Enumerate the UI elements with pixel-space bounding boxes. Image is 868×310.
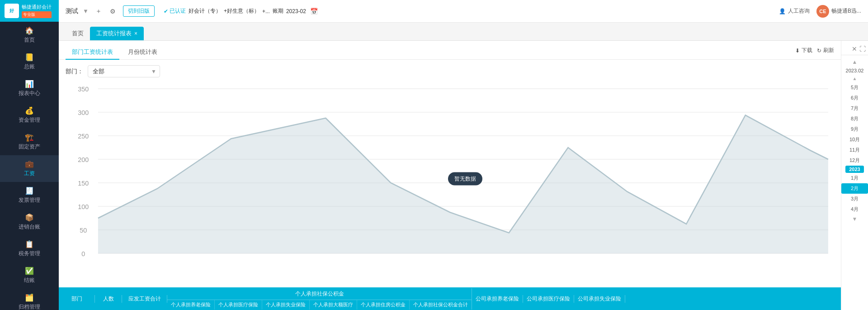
- expand-panel-icon[interactable]: ⛶: [859, 45, 866, 52]
- month-5[interactable]: 5月: [841, 82, 868, 93]
- sidebar-item-archive[interactable]: 🗂️ 归档管理: [0, 289, 59, 310]
- user-info[interactable]: CE 畅捷通B迅...: [816, 5, 861, 18]
- sidebar-item-ledger[interactable]: 📒 总账: [0, 48, 59, 75]
- period-label: 账期: [273, 7, 283, 15]
- badge-item-1: 好会计（专）: [189, 7, 221, 15]
- month-1[interactable]: 1月: [841, 173, 868, 183]
- sidebar-item-label: 报表中心: [19, 90, 40, 97]
- sub-tab-monthly[interactable]: 月份统计表: [122, 45, 164, 60]
- month-8[interactable]: 8月: [841, 114, 868, 124]
- tab-close-icon[interactable]: ×: [134, 30, 137, 37]
- period-value: 2023-02: [286, 8, 306, 14]
- sidebar-item-invoices[interactable]: 🧾 发票管理: [0, 182, 59, 209]
- logo-icon: 好: [5, 4, 19, 18]
- sidebar-item-funds[interactable]: 💰 资金管理: [0, 102, 59, 129]
- scroll-up-icon[interactable]: ▲: [852, 57, 858, 67]
- col-department: 部门: [59, 295, 95, 303]
- month-10[interactable]: 10月: [841, 134, 868, 145]
- col-pension: 个人承担养老保险: [167, 300, 215, 310]
- closing-icon: ✅: [25, 267, 34, 275]
- settings-icon[interactable]: ⚙: [108, 6, 118, 17]
- sidebar-item-assets[interactable]: 🏗️ 固定资产: [0, 129, 59, 155]
- download-button[interactable]: ⬇ 下载: [795, 47, 812, 54]
- refresh-button[interactable]: ↻ 刷新: [817, 47, 834, 54]
- col-total-salary: 应发工资合计: [122, 295, 167, 303]
- bottom-table-header: 部门 人数 应发工资合计 个人承担社保公积金 个人承担养老保险 个人承担医疗保险…: [59, 287, 841, 310]
- sidebar-item-tax[interactable]: 📋 税务管理: [0, 235, 59, 262]
- user-avatar: CE: [816, 5, 829, 18]
- tabbar: 首页 工资统计报表 ×: [59, 23, 868, 41]
- download-icon: ⬇: [795, 48, 800, 54]
- sidebar-item-closing[interactable]: ✅ 结账: [0, 262, 59, 289]
- month-4[interactable]: 4月: [841, 204, 868, 215]
- sidebar-item-reports[interactable]: 📊 报表中心: [0, 75, 59, 102]
- month-9[interactable]: 9月: [841, 124, 868, 134]
- tab-home[interactable]: 首页: [66, 27, 90, 40]
- topbar: 测试 ▼ ＋ ⚙ 切到旧版 ✔ 已认证 好会计（专） +好生意（标） +... …: [59, 0, 868, 23]
- svg-text:250: 250: [78, 133, 89, 140]
- support-label: 人工咨询: [788, 7, 810, 15]
- col-medical: 个人承担医疗保险: [215, 300, 262, 310]
- sidebar-item-label: 总账: [24, 63, 35, 71]
- main-area: 测试 ▼ ＋ ⚙ 切到旧版 ✔ 已认证 好会计（专） +好生意（标） +... …: [59, 0, 868, 310]
- svg-text:50: 50: [80, 227, 87, 234]
- certified-badge: ✔ 已认证: [164, 7, 186, 15]
- month-12[interactable]: 12月: [841, 155, 868, 166]
- sidebar-item-inventory[interactable]: 📦 进销台账: [0, 209, 59, 235]
- close-panel-icon[interactable]: ✕: [852, 45, 857, 52]
- add-icon[interactable]: ＋: [93, 6, 104, 17]
- chart-area: 350 300 250 200 150 100 50 0: [59, 83, 841, 287]
- reports-icon: 📊: [25, 80, 34, 88]
- sub-tab-department[interactable]: 部门工资统计表: [66, 45, 119, 60]
- year-label-2023[interactable]: 2023: [845, 166, 863, 173]
- switch-version-button[interactable]: 切到旧版: [123, 5, 155, 17]
- col-major-medical: 个人承担大额医疗: [310, 300, 357, 310]
- col-headcount: 人数: [95, 295, 122, 303]
- app-edition: 专业版: [22, 11, 52, 18]
- assets-icon: 🏗️: [25, 133, 34, 142]
- col-company-unemployment: 公司承担失业保险: [574, 295, 625, 303]
- month-3[interactable]: 3月: [841, 194, 868, 204]
- month-11[interactable]: 11月: [841, 145, 868, 155]
- month-7[interactable]: 7月: [841, 103, 868, 114]
- sidebar-item-label: 资金管理: [19, 116, 40, 124]
- month-2-active[interactable]: 2月: [841, 183, 868, 194]
- scroll-down-icon[interactable]: ▼: [852, 215, 858, 224]
- support-icon: 👤: [779, 8, 786, 14]
- user-name: 畅捷通B迅...: [831, 7, 861, 15]
- sub-tab-actions: ⬇ 下载 ↻ 刷新: [795, 47, 834, 58]
- invoices-icon: 🧾: [25, 186, 34, 195]
- certified-icon: ✔: [164, 8, 168, 14]
- content-main: 部门工资统计表 月份统计表 ⬇ 下载 ↻ 刷新 部门：: [59, 41, 841, 310]
- logo-text-block: 畅捷通好会计 专业版: [22, 4, 52, 18]
- scroll-up-icon2[interactable]: ▲: [853, 75, 857, 82]
- calendar-icon[interactable]: 📅: [309, 6, 320, 17]
- year-label[interactable]: 2023.02: [846, 67, 864, 75]
- tab-salary-report[interactable]: 工资统计报表 ×: [90, 27, 144, 40]
- badge-item-2: +好生意（标）: [224, 7, 259, 15]
- filter-bar: 部门： 全部 销售部 财务部 人事部 技术部 ▼: [59, 60, 841, 83]
- chart-tooltip: 暂无数据: [448, 172, 482, 186]
- sidebar-item-home[interactable]: 🏠 首页: [0, 22, 59, 48]
- company-dropdown-arrow[interactable]: ▼: [83, 8, 89, 14]
- sidebar-item-label: 归档管理: [19, 303, 40, 310]
- sub-tabs: 部门工资统计表 月份统计表: [66, 45, 164, 59]
- sub-tabbar: 部门工资统计表 月份统计表 ⬇ 下载 ↻ 刷新: [59, 41, 841, 60]
- svg-text:0: 0: [81, 251, 85, 258]
- tax-icon: 📋: [25, 240, 34, 248]
- refresh-icon: ↻: [817, 48, 821, 54]
- right-panel-header: ✕ ⛶: [841, 43, 868, 55]
- badge-item-3: +...: [262, 8, 270, 14]
- sidebar-item-salary[interactable]: 💼 工资: [0, 155, 59, 182]
- month-6[interactable]: 6月: [841, 93, 868, 103]
- chart-container: 350 300 250 200 150 100 50 0: [66, 83, 834, 283]
- support-button[interactable]: 👤 人工咨询: [779, 7, 810, 15]
- tab-label: 工资统计报表: [96, 29, 132, 38]
- department-select[interactable]: 全部 销售部 财务部 人事部 技术部: [88, 65, 160, 77]
- filter-label: 部门：: [66, 67, 83, 76]
- sidebar-item-label: 固定资产: [19, 143, 40, 151]
- svg-text:350: 350: [78, 86, 89, 93]
- topbar-right: 👤 人工咨询 CE 畅捷通B迅...: [779, 5, 861, 18]
- col-company-pension: 公司承担养老保险: [472, 295, 523, 303]
- topbar-badges: ✔ 已认证 好会计（专） +好生意（标） +... 账期 2023-02 📅: [164, 6, 320, 17]
